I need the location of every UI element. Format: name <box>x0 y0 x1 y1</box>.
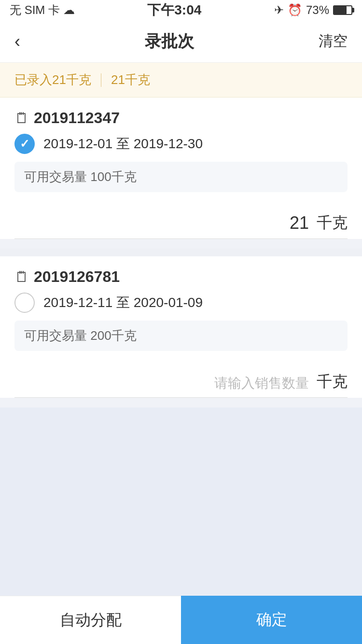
nav-bar: ‹ 录批次 清空 <box>0 20 362 63</box>
section-separator <box>0 249 362 256</box>
batch2-date: 2019-12-11 至 2020-01-09 <box>43 294 203 312</box>
batch1-inner: 🗒 2019112347 2019-12-01 至 2019-12-30 可用交… <box>0 98 362 204</box>
batch1-header: 🗒 2019112347 <box>14 109 348 127</box>
clear-button[interactable]: 清空 <box>319 31 348 51</box>
bottom-spacer <box>0 407 362 601</box>
summary-divider <box>101 73 101 87</box>
recorded-amount: 21千克 <box>111 71 150 88</box>
status-bar: 无 SIM 卡 ☁ 下午3:04 ✈ ⏰ 73% <box>0 0 362 20</box>
batch1-card: 🗒 2019112347 2019-12-01 至 2019-12-30 可用交… <box>0 98 362 239</box>
page-title: 录批次 <box>145 30 194 53</box>
batch2-inner: 🗒 2019126781 2019-12-11 至 2020-01-09 可用交… <box>0 256 362 363</box>
batch2-qty-input[interactable] <box>14 372 309 392</box>
batch2-unit: 千克 <box>317 371 348 392</box>
batch1-unit: 千克 <box>317 212 348 234</box>
content-scroll: 🗒 2019112347 2019-12-01 至 2019-12-30 可用交… <box>0 98 362 644</box>
recorded-label: 已录入21千克 <box>14 71 91 88</box>
batch1-id: 2019112347 <box>34 109 120 127</box>
no-sim-text: 无 SIM 卡 ☁ <box>10 2 75 18</box>
auto-distribute-button[interactable]: 自动分配 <box>0 596 181 644</box>
batch2-radio[interactable] <box>14 293 35 313</box>
signal-icon: ✈ <box>274 3 284 17</box>
batch1-radio[interactable] <box>14 134 35 154</box>
batch2-date-row: 2019-12-11 至 2020-01-09 <box>14 293 348 313</box>
batch2-qty-box: 可用交易量 200千克 <box>14 321 348 351</box>
batch2-icon: 🗒 <box>14 269 29 285</box>
batch1-qty-box: 可用交易量 100千克 <box>14 162 348 192</box>
status-left: 无 SIM 卡 ☁ <box>10 2 75 18</box>
batch1-value: 21 <box>290 213 309 233</box>
batch2-header: 🗒 2019126781 <box>14 268 348 286</box>
batch1-input-row: 21 千克 <box>0 204 362 234</box>
summary-banner: 已录入21千克 21千克 <box>0 63 362 98</box>
battery-percent: 73% <box>306 3 329 17</box>
alarm-icon: ⏰ <box>288 3 302 17</box>
footer: 自动分配 确定 <box>0 596 362 644</box>
status-right: ✈ ⏰ 73% <box>274 3 352 17</box>
back-button[interactable]: ‹ <box>14 31 20 52</box>
batch2-card: 🗒 2019126781 2019-12-11 至 2020-01-09 可用交… <box>0 256 362 398</box>
batch2-underline <box>14 397 348 398</box>
battery-icon <box>333 5 352 15</box>
batch1-date-row: 2019-12-01 至 2019-12-30 <box>14 134 348 154</box>
batch1-icon: 🗒 <box>14 110 29 126</box>
confirm-button[interactable]: 确定 <box>181 596 362 644</box>
batch1-date: 2019-12-01 至 2019-12-30 <box>43 135 203 153</box>
batch2-id: 2019126781 <box>34 268 120 286</box>
status-time: 下午3:04 <box>147 1 201 19</box>
batch1-underline <box>14 238 348 239</box>
batch2-input-row: 千克 <box>0 363 362 392</box>
